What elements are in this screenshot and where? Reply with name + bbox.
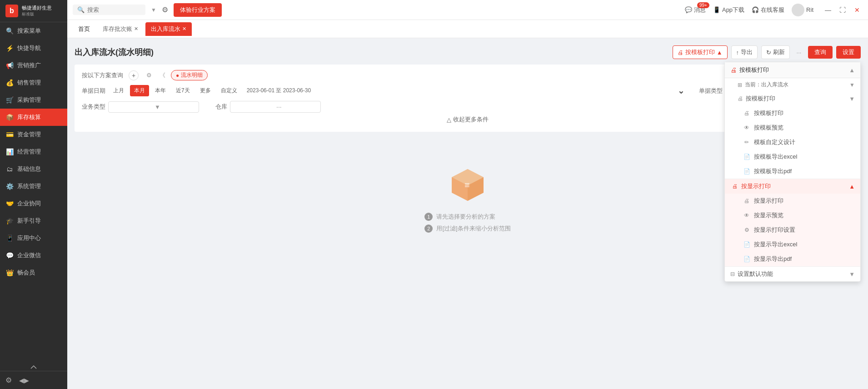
- print-template-btn[interactable]: 🖨 按模板打印 ▲: [673, 45, 728, 59]
- template-excel-item[interactable]: 📄 按模板导出excel: [725, 150, 860, 164]
- sidebar-item-marketing[interactable]: 📢 营销推广: [0, 57, 67, 74]
- display-section-header[interactable]: 🖨 按显示打印 ▲: [725, 179, 860, 194]
- dropdown-header: 🖨 按模板打印 ▲: [725, 62, 860, 78]
- guide-icon: 🎓: [5, 217, 14, 224]
- sidebar-item-guide[interactable]: 🎓 新手引导: [0, 212, 67, 229]
- maximize-btn[interactable]: ⛶: [837, 5, 848, 15]
- date-btn-last-month[interactable]: 上月: [109, 85, 128, 96]
- settings-btn[interactable]: 设置: [836, 46, 861, 59]
- display-print-item[interactable]: 🖨 按显示打印: [725, 194, 860, 208]
- tab-flow-label: 出入库流水: [151, 25, 180, 33]
- sidebar-item-operation[interactable]: 📊 经营管理: [0, 143, 67, 160]
- headset-icon: 🎧: [752, 6, 759, 13]
- current-icon: ⊞: [738, 82, 742, 88]
- date-btn-this-month[interactable]: 本月: [130, 85, 149, 96]
- empty-step-1: 1 请先选择要分析的方案: [424, 213, 510, 221]
- dropdown-title-text: 按模板打印: [739, 66, 769, 74]
- sidebar-item-wechat[interactable]: 💬 企业微信: [0, 247, 67, 264]
- doc-type-expand-btn[interactable]: ⌄: [678, 86, 684, 96]
- active-filter-tag[interactable]: ● 流水明细: [171, 70, 208, 80]
- sidebar-item-appcenter[interactable]: 📱 应用中心: [0, 229, 67, 247]
- tab-flow[interactable]: 出入库流水 ✕: [145, 22, 192, 36]
- tab-batch[interactable]: 库存批次账 ✕: [97, 22, 144, 36]
- app-download-label: App下载: [722, 6, 744, 14]
- template-print-label: 按模板打印: [754, 109, 783, 117]
- date-btn-this-year[interactable]: 本年: [151, 85, 170, 96]
- trial-btn[interactable]: 体验行业方案: [174, 3, 222, 17]
- export-label: 导出: [741, 48, 753, 56]
- sidebar-item-basic[interactable]: 🗂 基础信息: [0, 160, 67, 178]
- sidebar-item-inventory[interactable]: 📦 库存核算: [0, 109, 67, 126]
- settings-gear-icon[interactable]: ⚙: [162, 5, 168, 14]
- sidebar-item-shortcut[interactable]: ⚡ 快捷导航: [0, 40, 67, 57]
- sidebar-item-cooperation[interactable]: 🤝 企业协同: [0, 195, 67, 212]
- close-btn[interactable]: ✕: [852, 5, 863, 15]
- current-label: 当前：出入库流水: [745, 81, 788, 89]
- display-excel-item[interactable]: 📄 按显示导出excel: [725, 237, 860, 252]
- sidebar-item-purchase[interactable]: 🛒 采购管理: [0, 91, 67, 109]
- more-options-icon[interactable]: ···: [276, 103, 317, 110]
- date-field-label: 单据日期: [82, 87, 105, 95]
- sidebar-item-label: 经营管理: [17, 148, 41, 156]
- filter-collapse-btn[interactable]: 《: [160, 71, 165, 80]
- tab-batch-close[interactable]: ✕: [134, 26, 138, 32]
- dropdown-up-btn[interactable]: ▲: [849, 67, 855, 74]
- message-icon: 💬: [685, 6, 692, 13]
- date-btn-more[interactable]: 更多: [196, 85, 215, 96]
- biz-type-select[interactable]: ▼: [108, 101, 199, 113]
- tab-flow-close[interactable]: ✕: [182, 26, 186, 32]
- dropdown-chevron-icon[interactable]: ▼: [151, 7, 156, 13]
- toggle-icon[interactable]: ◀▶: [19, 377, 29, 384]
- template-section-header[interactable]: 🖨 按模板打印 ▼: [725, 91, 860, 106]
- warehouse-select[interactable]: ···: [230, 101, 321, 113]
- display-pdf-item[interactable]: 📄 按显示导出pdf: [725, 252, 860, 266]
- display-print-icon: 🖨: [743, 197, 750, 204]
- customer-service-btn[interactable]: 🎧 在线客服: [752, 6, 784, 14]
- display-expand-icon: ▲: [849, 183, 855, 190]
- print-icon: 🖨: [743, 110, 750, 117]
- display-settings-icon: ⚙: [743, 226, 750, 234]
- template-custom-item[interactable]: ✏ 模板自定义设计: [725, 135, 860, 150]
- operation-icon: 📊: [5, 148, 14, 155]
- sidebar-item-search[interactable]: 🔍 搜索菜单: [0, 22, 67, 40]
- template-print-item[interactable]: 🖨 按模板打印: [725, 106, 860, 120]
- more-options-btn[interactable]: ···: [793, 49, 804, 56]
- inventory-icon: 📦: [5, 114, 14, 121]
- print-template-label: 按模板打印: [685, 48, 715, 56]
- user-avatar[interactable]: Rit: [792, 4, 813, 16]
- display-settings-item[interactable]: ⚙ 按显示打印设置: [725, 223, 860, 237]
- purchase-icon: 🛒: [5, 96, 14, 104]
- sidebar-item-member[interactable]: 👑 畅会员: [0, 264, 67, 281]
- refresh-btn[interactable]: ↻ 刷新: [761, 45, 790, 59]
- query-btn[interactable]: 查询: [808, 46, 833, 59]
- template-preview-item[interactable]: 👁 按模板预览: [725, 120, 860, 135]
- set-default-item[interactable]: ⊟ 设置默认功能 ▼: [725, 267, 860, 281]
- basic-icon: 🗂: [5, 165, 14, 173]
- customer-service-label: 在线客服: [761, 6, 784, 14]
- settings-icon[interactable]: ⚙: [5, 376, 12, 384]
- scroll-up-btn[interactable]: [0, 364, 67, 371]
- sidebar-item-system[interactable]: ⚙️ 系统管理: [0, 178, 67, 195]
- current-chevron-icon[interactable]: ▼: [849, 82, 855, 88]
- step-1-num: 1: [424, 213, 433, 221]
- sidebar-item-sales[interactable]: 💰 销售管理: [0, 74, 67, 91]
- avatar-img: [792, 4, 804, 16]
- date-btn-custom[interactable]: 自定义: [217, 85, 241, 96]
- tab-home[interactable]: 首页: [73, 22, 95, 36]
- display-preview-item[interactable]: 👁 按显示预览: [725, 208, 860, 223]
- svg-text:≡: ≡: [464, 180, 470, 190]
- search-input[interactable]: [87, 6, 133, 13]
- date-btn-7days[interactable]: 近7天: [172, 85, 194, 96]
- template-pdf-item[interactable]: 📄 按模板导出pdf: [725, 164, 860, 179]
- minimize-btn[interactable]: —: [823, 5, 833, 15]
- export-btn[interactable]: ↑ 导出: [731, 45, 758, 59]
- template-excel-label: 按模板导出excel: [754, 153, 797, 161]
- topbar-search-box[interactable]: 🔍: [73, 5, 145, 15]
- pdf-icon: 📄: [743, 168, 750, 175]
- settings-icon-small: ⊟: [730, 271, 735, 277]
- sidebar-item-finance[interactable]: 💳 资金管理: [0, 126, 67, 143]
- message-btn[interactable]: 💬 消息 99+: [685, 6, 706, 14]
- filter-add-btn[interactable]: +: [129, 70, 139, 80]
- app-download-btn[interactable]: 📱 App下载: [713, 6, 744, 14]
- filter-settings-btn[interactable]: ⚙: [144, 70, 154, 80]
